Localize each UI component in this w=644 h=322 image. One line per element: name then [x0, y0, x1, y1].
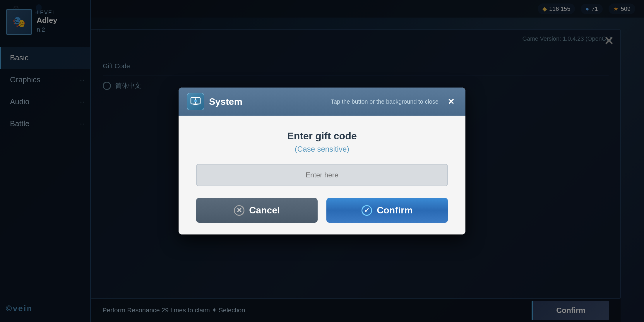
modal-dialog: System Tap the button or the background … — [179, 88, 465, 234]
modal-close-button[interactable]: ✕ — [444, 95, 457, 108]
modal-buttons: ✕ Cancel ✓ Confirm — [196, 198, 448, 223]
modal-overlay[interactable]: System Tap the button or the background … — [0, 0, 644, 322]
cancel-icon: ✕ — [234, 205, 244, 216]
gift-code-input[interactable] — [196, 164, 448, 186]
modal-body: Enter gift code (Case sensitive) ✕ Cance… — [179, 116, 465, 234]
confirm-button[interactable]: ✓ Confirm — [326, 198, 448, 223]
modal-header: System Tap the button or the background … — [179, 88, 465, 116]
modal-hint: Tap the button or the background to clos… — [331, 98, 439, 105]
cancel-button[interactable]: ✕ Cancel — [196, 198, 318, 223]
modal-close-icon: ✕ — [448, 97, 454, 107]
monitor-svg — [190, 96, 201, 107]
cancel-label: Cancel — [249, 205, 280, 216]
gift-code-subtitle: (Case sensitive) — [196, 145, 448, 154]
modal-system-icon — [187, 93, 204, 110]
modal-title: System — [209, 96, 242, 107]
modal-header-left: System — [187, 93, 242, 110]
confirm-label: Confirm — [377, 205, 413, 216]
svg-point-3 — [194, 100, 197, 102]
gift-code-title: Enter gift code — [196, 130, 448, 142]
confirm-icon: ✓ — [362, 205, 372, 216]
